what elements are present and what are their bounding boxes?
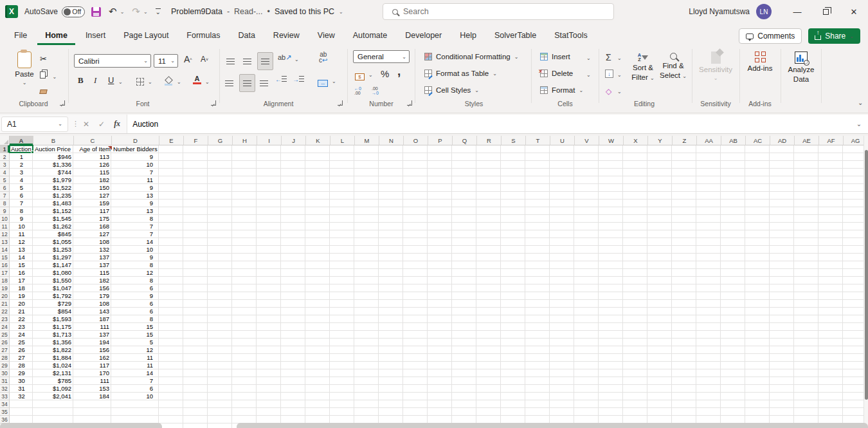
cell[interactable]: 7 bbox=[112, 223, 153, 230]
cell[interactable]: $1,522 bbox=[33, 184, 71, 192]
bold-button[interactable]: B bbox=[78, 75, 84, 86]
cell[interactable]: 115 bbox=[74, 269, 109, 277]
cell[interactable]: $946 bbox=[33, 153, 71, 161]
vertical-scrollbar[interactable] bbox=[863, 136, 868, 428]
column-header-I[interactable]: I bbox=[257, 136, 282, 145]
row-header-33[interactable]: 33 bbox=[0, 393, 10, 400]
cell[interactable]: 12 bbox=[112, 346, 153, 354]
cell[interactable]: 14 bbox=[112, 369, 153, 377]
column-header-AC[interactable]: AC bbox=[746, 136, 770, 145]
cell[interactable]: 8 bbox=[112, 277, 153, 284]
minimize-button[interactable]: — bbox=[783, 0, 811, 23]
align-bottom-button[interactable] bbox=[257, 52, 273, 70]
fill-color-button[interactable] bbox=[165, 76, 172, 88]
row-header-18[interactable]: 18 bbox=[0, 277, 10, 284]
clipboard-dialog-launcher[interactable] bbox=[60, 100, 65, 106]
autosum-button[interactable]: Σ bbox=[606, 51, 611, 63]
cell[interactable]: 162 bbox=[74, 354, 109, 362]
cell[interactable]: 108 bbox=[74, 300, 109, 308]
font-color-button[interactable]: A bbox=[193, 75, 201, 84]
column-header-H[interactable]: H bbox=[233, 136, 257, 145]
cell[interactable]: 5 bbox=[10, 184, 33, 192]
row-header-15[interactable]: 15 bbox=[0, 254, 10, 261]
fill-handle[interactable] bbox=[31, 151, 34, 154]
cell[interactable]: 4 bbox=[10, 176, 33, 184]
name-box[interactable]: A1 ⌄ bbox=[1, 116, 68, 132]
column-header-C[interactable]: C bbox=[74, 136, 112, 145]
cut-button[interactable]: ✂ bbox=[40, 54, 47, 64]
autosave-control[interactable]: AutoSave Off bbox=[24, 6, 85, 17]
row-header-17[interactable]: 17 bbox=[0, 269, 10, 277]
cell[interactable]: 14 bbox=[10, 254, 33, 261]
cell[interactable]: 6 bbox=[10, 192, 33, 200]
fill-chevron-icon[interactable]: ⌄ bbox=[617, 72, 622, 78]
column-header-N[interactable]: N bbox=[379, 136, 404, 145]
tab-help[interactable]: Help bbox=[452, 27, 484, 45]
cell[interactable]: 137 bbox=[74, 261, 109, 269]
cell[interactable]: 159 bbox=[74, 200, 109, 207]
row-header-5[interactable]: 5 bbox=[0, 176, 10, 184]
row-header-6[interactable]: 6 bbox=[0, 184, 10, 192]
cell[interactable]: 127 bbox=[74, 192, 109, 200]
fill-button[interactable]: ↓ bbox=[605, 70, 613, 78]
decrease-indent-button[interactable]: ← bbox=[275, 76, 287, 83]
insert-cells-button[interactable]: Insert bbox=[540, 53, 570, 60]
cell[interactable]: 11 bbox=[112, 354, 153, 362]
column-header-U[interactable]: U bbox=[550, 136, 575, 145]
cell[interactable]: 117 bbox=[74, 207, 109, 215]
row-header-12[interactable]: 12 bbox=[0, 230, 10, 238]
cell[interactable]: 22 bbox=[10, 315, 33, 323]
tab-stattools[interactable]: StatTools bbox=[547, 27, 595, 45]
insert-function-icon[interactable]: fx bbox=[114, 119, 120, 129]
row-header-35[interactable]: 35 bbox=[0, 408, 10, 416]
accounting-chevron-icon[interactable]: ⌄ bbox=[368, 72, 373, 78]
row-header-16[interactable]: 16 bbox=[0, 261, 10, 269]
cell[interactable]: $1,024 bbox=[33, 362, 71, 369]
cell[interactable]: $729 bbox=[33, 300, 71, 308]
font-family-select[interactable]: Calibri⌄ bbox=[74, 54, 151, 68]
tab-view[interactable]: View bbox=[310, 27, 343, 45]
cell[interactable]: 6 bbox=[112, 300, 153, 308]
cell-styles-button[interactable]: Cell Styles ⌄ bbox=[424, 86, 479, 94]
cell[interactable]: $1,092 bbox=[33, 385, 71, 393]
cell[interactable]: $1,253 bbox=[33, 246, 71, 254]
doc-title-chevron-icon[interactable]: ⌄ bbox=[339, 9, 343, 15]
cell[interactable]: 13 bbox=[10, 246, 33, 254]
column-header-Y[interactable]: Y bbox=[648, 136, 673, 145]
cell[interactable]: 16 bbox=[10, 269, 33, 277]
column-header-X[interactable]: X bbox=[624, 136, 648, 145]
cell[interactable]: $1,356 bbox=[33, 339, 71, 346]
column-header-K[interactable]: K bbox=[306, 136, 330, 145]
column-header-R[interactable]: R bbox=[477, 136, 502, 145]
cell[interactable]: 175 bbox=[74, 215, 109, 223]
cell[interactable]: $744 bbox=[33, 169, 71, 176]
cell[interactable]: 156 bbox=[74, 346, 109, 354]
delete-chevron-icon[interactable]: ⌄ bbox=[586, 72, 591, 78]
addins-button[interactable]: Add-ins bbox=[745, 51, 775, 72]
cell[interactable]: 126 bbox=[74, 161, 109, 169]
cell[interactable]: $1,047 bbox=[33, 284, 71, 292]
column-header-AB[interactable]: AB bbox=[721, 136, 746, 145]
cell[interactable]: 143 bbox=[74, 308, 109, 315]
cell[interactable]: $1,175 bbox=[33, 323, 71, 331]
format-painter-button[interactable] bbox=[40, 85, 47, 97]
cell[interactable]: 6 bbox=[112, 308, 153, 315]
column-header-T[interactable]: T bbox=[526, 136, 550, 145]
row-header-27[interactable]: 27 bbox=[0, 346, 10, 354]
cell[interactable]: 6 bbox=[112, 385, 153, 393]
font-color-chevron-icon[interactable]: ⌄ bbox=[205, 79, 210, 85]
find-select-button[interactable]: Find & Select ⌄ bbox=[658, 53, 688, 79]
cell[interactable]: 31 bbox=[10, 385, 33, 393]
cell[interactable]: 10 bbox=[10, 223, 33, 230]
cell[interactable]: 13 bbox=[112, 192, 153, 200]
cell[interactable]: 137 bbox=[74, 331, 109, 339]
cell[interactable]: $1,152 bbox=[33, 207, 71, 215]
redo-chevron-icon[interactable]: ⌄ bbox=[143, 9, 148, 15]
row-header-34[interactable]: 34 bbox=[0, 400, 10, 408]
comments-button[interactable]: Comments bbox=[739, 28, 802, 44]
column-header-B[interactable]: B bbox=[33, 136, 74, 145]
row-header-19[interactable]: 19 bbox=[0, 284, 10, 292]
align-middle-button[interactable] bbox=[243, 55, 251, 67]
document-title[interactable]: Problem9Data - Read-... • Saved to this … bbox=[171, 7, 343, 16]
cell[interactable]: 17 bbox=[10, 277, 33, 284]
